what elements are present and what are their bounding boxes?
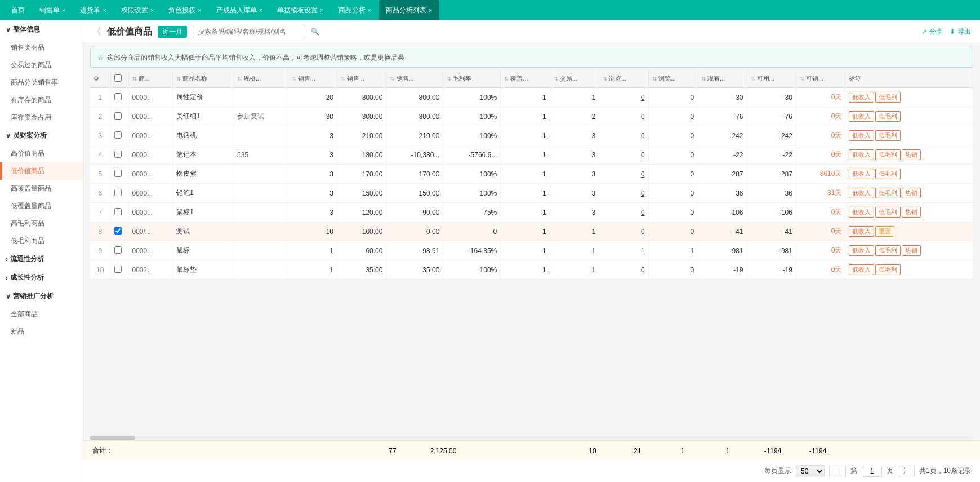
current-page-input[interactable] — [862, 466, 882, 477]
sidebar-item-low-coverage[interactable]: 低覆盖量商品 — [0, 197, 83, 215]
scrollbar-thumb[interactable] — [90, 436, 135, 440]
close-icon[interactable]: × — [368, 0, 371, 20]
row-trades: 1 — [550, 88, 599, 107]
prev-page-button[interactable]: 〈 — [829, 465, 846, 477]
filter-tag-recent-month[interactable]: 近一月 — [158, 26, 187, 38]
row-checkbox[interactable] — [110, 88, 128, 107]
row-checkbox[interactable] — [110, 184, 128, 203]
row-checkbox[interactable] — [110, 165, 128, 184]
nav-sales[interactable]: 销售单 × — [33, 0, 72, 20]
avail-column-header[interactable]: ⇅ 可用... — [747, 70, 796, 88]
sidebar-item-low-margin[interactable]: 低毛利商品 — [0, 232, 83, 250]
sales-qty-column-header[interactable]: ⇅ 销售... — [288, 70, 337, 88]
views-link[interactable]: 0 — [641, 132, 645, 140]
sidebar-group-flow[interactable]: › 流通性分析 — [0, 250, 83, 268]
views-link[interactable]: 0 — [641, 94, 645, 101]
total-views1: 1 — [660, 447, 705, 455]
views-link[interactable]: 0 — [641, 209, 645, 216]
sidebar-group-marketing[interactable]: ∨ 营销推广分析 — [0, 287, 83, 306]
table-row: 8 000/... 测试 10 100.00 0.00 0 1 1 0 0 -4… — [90, 222, 973, 241]
row-sales-val: 300.00 — [386, 107, 443, 126]
sales-amt-column-header[interactable]: ⇅ 销售... — [337, 70, 386, 88]
close-icon[interactable]: × — [320, 0, 323, 20]
share-button[interactable]: ↗ 分享 — [921, 27, 943, 37]
coverage-column-header[interactable]: ⇅ 覆盖... — [501, 70, 550, 88]
row-sales-amt: 35.00 — [337, 260, 386, 280]
row-checkbox[interactable] — [110, 260, 128, 280]
name-column-header[interactable]: ⇅ 商品名称 — [173, 70, 234, 88]
collapse-sidebar-icon[interactable]: 《 — [92, 26, 101, 38]
search-icon[interactable]: 🔍 — [311, 28, 319, 36]
horizontal-scrollbar[interactable] — [90, 436, 973, 440]
sidebar-group-overall[interactable]: ∨ 整体信息 — [0, 20, 83, 39]
checkbox-column-header[interactable] — [110, 70, 128, 88]
select-all-checkbox[interactable] — [114, 74, 122, 82]
row-coverage: 1 — [501, 184, 550, 203]
margin-column-header[interactable]: ⇅ 毛利率 — [443, 70, 501, 88]
close-icon[interactable]: × — [103, 0, 106, 20]
nav-template[interactable]: 单据模板设置 × — [270, 0, 330, 20]
page-size-select[interactable]: 50 100 — [796, 465, 825, 477]
close-icon[interactable]: × — [429, 0, 432, 20]
row-sales-qty: 3 — [288, 184, 337, 203]
sidebar-item-high-value[interactable]: 高价值商品 — [0, 145, 83, 162]
nav-product-in[interactable]: 产成品入库单 × — [210, 0, 269, 20]
sidebar-item-stock-goods[interactable]: 有库存的商品 — [0, 91, 83, 109]
row-checkbox[interactable] — [110, 222, 128, 241]
sidebar-item-all-goods[interactable]: 全部商品 — [0, 306, 83, 323]
row-checkbox[interactable] — [110, 203, 128, 222]
nav-goods-analysis-list[interactable]: 商品分析列表 × — [379, 0, 439, 20]
close-icon[interactable]: × — [62, 0, 65, 20]
row-trades: 3 — [550, 184, 599, 203]
trades-column-header[interactable]: ⇅ 交易... — [550, 70, 599, 88]
search-input[interactable] — [193, 25, 305, 38]
nav-permission[interactable]: 权限设置 × — [114, 0, 161, 20]
close-icon[interactable]: × — [198, 0, 201, 20]
views1-column-header[interactable]: ⇅ 浏览... — [599, 70, 648, 88]
sidebar-group-finance[interactable]: ∨ 员财案分析 — [0, 126, 83, 145]
views-link[interactable]: 0 — [641, 189, 645, 197]
sidebar-item-stock-fund[interactable]: 库存资金占用 — [0, 109, 83, 126]
export-button[interactable]: ⬇ 导出 — [950, 27, 971, 37]
page-size-label: 每页显示 — [764, 466, 791, 476]
close-icon[interactable]: × — [150, 0, 154, 20]
row-views2: 0 — [648, 126, 697, 145]
stock1-column-header[interactable]: ⇅ 现有... — [698, 70, 747, 88]
nav-home[interactable]: 首页 — [5, 0, 32, 20]
views-link[interactable]: 0 — [641, 170, 645, 178]
views-link[interactable]: 0 — [641, 113, 645, 121]
row-checkbox[interactable] — [110, 107, 128, 126]
row-checkbox[interactable] — [110, 241, 128, 260]
nav-purchase[interactable]: 进货单 × — [73, 0, 113, 20]
views-link[interactable]: 0 — [641, 228, 645, 236]
close-icon[interactable]: × — [259, 0, 262, 20]
product-tag: 低收入 — [849, 264, 874, 275]
row-trades: 3 — [550, 165, 599, 184]
sidebar-item-high-margin[interactable]: 高毛利商品 — [0, 215, 83, 232]
row-checkbox[interactable] — [110, 126, 128, 145]
sidebar-item-high-coverage[interactable]: 高覆盖量商品 — [0, 180, 83, 197]
row-checkbox[interactable] — [110, 145, 128, 165]
code-column-header[interactable]: ⇅ 商... — [128, 70, 173, 88]
views2-column-header[interactable]: ⇅ 浏览... — [648, 70, 697, 88]
sales-val-column-header[interactable]: ⇅ 销售... — [386, 70, 443, 88]
row-stock1: 36 — [698, 184, 747, 203]
sidebar-item-traded-goods[interactable]: 交易过的商品 — [0, 56, 83, 74]
sidebar-item-new-goods[interactable]: 新品 — [0, 323, 83, 341]
row-code: 0000... — [128, 126, 173, 145]
views-link[interactable]: 0 — [641, 266, 645, 274]
views-link[interactable]: 0 — [641, 151, 645, 159]
nav-role[interactable]: 角色授权 × — [162, 0, 208, 20]
sidebar-item-low-value[interactable]: 低价值商品 — [0, 162, 83, 180]
saleable-column-header[interactable]: ⇅ 可销... — [796, 70, 845, 88]
sidebar-item-sales-goods[interactable]: 销售类商品 — [0, 39, 83, 56]
nav-goods-analysis[interactable]: 商品分析 × — [332, 0, 378, 20]
next-page-button[interactable]: 〉 — [898, 465, 915, 477]
sidebar-item-category-rate[interactable]: 商品分类销售率 — [0, 74, 83, 91]
row-views2: 0 — [648, 203, 697, 222]
spec-column-header[interactable]: ⇅ 规格... — [233, 70, 288, 88]
footer-bar: 合计： 77 2,125.00 10 21 1 1 -1194 -1194 每页… — [83, 440, 980, 482]
settings-column-header[interactable]: ⚙ — [90, 70, 110, 88]
views-link[interactable]: 1 — [641, 247, 645, 255]
sidebar-group-growth[interactable]: › 成长性分析 — [0, 268, 83, 287]
